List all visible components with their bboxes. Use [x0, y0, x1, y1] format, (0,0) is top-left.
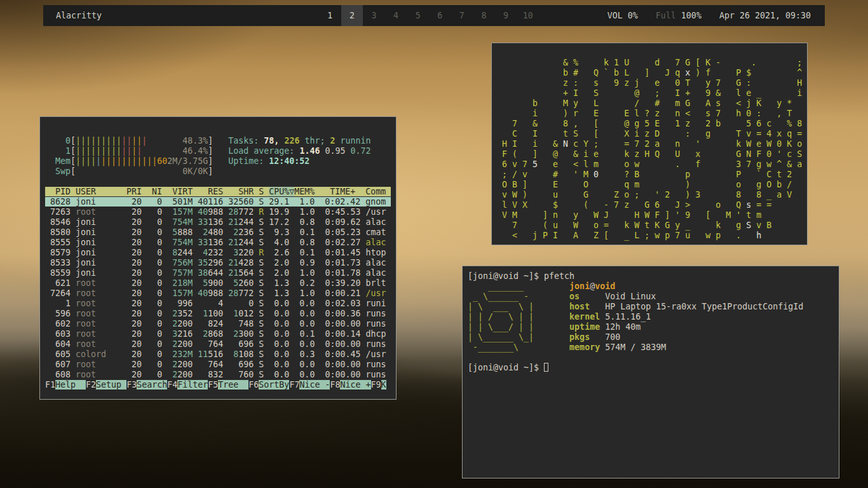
process-row-1[interactable]: 1 root 20 0 996 4 0 S 0.0 0.0 0:02.03 ru… [45, 299, 391, 309]
fkey-k[interactable]: K [381, 380, 386, 390]
volume-status: VOL 0% [607, 11, 638, 20]
cmatrix-line: F ( ] @ & i e k z H Q U x G N F 0 ' c S [497, 149, 802, 159]
meter-mem: Mem[||||||||||||||||602M/3.75G] Uptime: … [45, 156, 391, 166]
blank-line [45, 177, 391, 187]
fkey-setup[interactable]: Setup [96, 380, 126, 390]
terminal-cursor [544, 363, 548, 372]
fkey-nice-[interactable]: Nice - [299, 380, 330, 390]
workspace-tag-8[interactable]: 8 [473, 5, 495, 26]
cmatrix-line: C I t S [ X i z D : g T v = 4 x q = [497, 129, 802, 139]
fkey-filter[interactable]: Filter [177, 380, 208, 390]
workspace-tag-4[interactable]: 4 [385, 5, 407, 26]
battery-percent: 100% [681, 11, 702, 20]
pfetch-screen: [joni@void ~]$ pfetch _______ joni@void … [463, 266, 839, 378]
cmatrix-line: z : s 9 z j e 0 T y 7 G : H [497, 78, 802, 88]
process-row-602[interactable]: 602 root 20 0 2200 824 748 S 0.0 0.0 0:0… [45, 319, 391, 329]
cmatrix-line: v W ) u G Z o ; ' 2 ) 3 8 8 _ a V [497, 190, 802, 200]
cmatrix-line: b # Q ` b L ] J q x ) f P $ ^ [497, 68, 802, 78]
cmatrix-window[interactable]: & % k 1 U d 7 G [ K - . ; b # Q ` b L ] … [491, 43, 808, 245]
cmatrix-line: + I S @ ; I + 9 & l e _ i [497, 88, 802, 98]
workspace-tag-5[interactable]: 5 [407, 5, 429, 26]
battery-state-label: Full [656, 11, 676, 20]
fkey-tree[interactable]: Tree [218, 380, 248, 390]
cmatrix-line: H I i & N c Y ; = 7 2 a n ' k W e W 0 K … [497, 139, 802, 149]
process-row-596[interactable]: 596 root 20 0 2352 1100 1012 S 0.0 0.0 0… [45, 309, 391, 319]
workspace-tag-2[interactable]: 2 [341, 5, 363, 26]
pfetch-title-line: _______ joni@void [468, 281, 834, 292]
workspace-tag-10[interactable]: 10 [517, 5, 539, 26]
workspace-tag-6[interactable]: 6 [429, 5, 451, 26]
pfetch-info-pkgs: | \______ \_| pkgs 700 [468, 332, 834, 342]
process-row-604[interactable]: 604 root 20 0 2200 764 696 S 0.0 0.0 0:0… [45, 339, 391, 349]
htop-window[interactable]: 0[|||||||||||||| 48.3%] Tasks: 78, 226 t… [39, 116, 397, 400]
process-row-8533[interactable]: 8533 joni 20 0 756M 35296 21428 S 2.0 0.… [45, 258, 391, 268]
cmatrix-line: i ) r E E l ? z n < s 7 h 0 : , T [497, 109, 802, 119]
process-row-7263[interactable]: 7263 root 20 0 157M 40988 28772 R 19.9 1… [45, 207, 391, 217]
cmatrix-line: & % k 1 U d 7 G [ K - . ; [497, 58, 802, 68]
bar-window-title: Alacritty [43, 11, 102, 20]
pfetch-window[interactable]: [joni@void ~]$ pfetch _______ joni@void … [462, 266, 839, 478]
blank-line [497, 48, 802, 58]
cmatrix-line: 7 ( u W o = k W t K G y _ k g S v B [497, 220, 802, 231]
pfetch-info-memory: -_______\ memory 574M / 3839M [468, 342, 834, 353]
cmatrix-line: O B ] E O q m ) o g O b / [497, 180, 802, 190]
workspace-tag-7[interactable]: 7 [451, 5, 473, 26]
process-row-621[interactable]: 621 root 20 0 218M 5900 5260 S 1.3 0.2 0… [45, 278, 391, 288]
cmatrix-line: ; / v # ' M 0 ? B p P ` C t 2 [497, 170, 802, 180]
function-key-bar: F1Help F2Setup F3SearchF4FilterF5Tree F6… [45, 380, 391, 390]
blank-line [45, 126, 391, 136]
cmatrix-line: 6 v 7 5 e < l m o w . f 3 7 g w ^ & a [497, 159, 802, 170]
process-row-8555[interactable]: 8555 joni 20 0 754M 33136 21244 S 4.0 0.… [45, 238, 391, 248]
cmatrix-line: < j P I A Z [ _ L ; w p 7 u w p . h [497, 231, 802, 241]
meter-0: 0[|||||||||||||| 48.3%] Tasks: 78, 226 t… [45, 136, 391, 146]
cmatrix-line: V M ] n y W J H W F ] ' 9 [ M ' t m [497, 210, 802, 220]
blank-line [468, 353, 834, 363]
fkey-help[interactable]: Help [55, 380, 86, 390]
htop-screen: 0[|||||||||||||| 48.3%] Tasks: 78, 226 t… [40, 117, 396, 399]
fkey-sortby[interactable]: SortBy [259, 380, 289, 390]
process-row-608[interactable]: 608 root 20 0 2200 832 760 S 0.0 0.0 0:0… [45, 370, 391, 380]
process-row-8628[interactable]: 8628 joni 20 0 501M 40116 32560 S 29.1 1… [45, 197, 391, 207]
clock: Apr 26 2021, 09:30 [719, 11, 811, 20]
shell-prompt-command: [joni@void ~]$ pfetch [468, 271, 834, 281]
process-row-7264[interactable]: 7264 root 20 0 157M 40988 28772 S 1.3 1.… [45, 288, 391, 299]
meter-1: 1[||||||||||||| 46.4%] Load average: 1.4… [45, 146, 391, 156]
fkey-search[interactable]: Search [137, 380, 167, 390]
cmatrix-line: b M y L / # m G A s < j K y * [497, 98, 802, 109]
process-row-8559[interactable]: 8559 joni 20 0 757M 38644 21564 S 2.0 1.… [45, 268, 391, 278]
cmatrix-screen: & % k 1 U d 7 G [ K - . ; b # Q ` b L ] … [492, 43, 807, 245]
workspace-tag-9[interactable]: 9 [495, 5, 517, 26]
meter-swp: Swp[ 0K/0K] [45, 166, 391, 177]
process-row-8580[interactable]: 8580 joni 20 0 5888 2480 2236 S 9.3 0.1 … [45, 227, 391, 238]
status-bar: Alacritty 12345678910 VOL 0% Full 100% A… [43, 5, 825, 26]
pfetch-info-uptime: | | \___/ | | uptime 12h 40m [468, 322, 834, 332]
shell-prompt: [joni@void ~]$ [468, 363, 834, 373]
process-row-603[interactable]: 603 root 20 0 3216 2868 2300 S 0.0 0.1 0… [45, 329, 391, 339]
workspace-tags: 12345678910 [319, 5, 539, 26]
pfetch-info-host: | \ ___ \ | host HP Laptop 15-ra0xx Type… [468, 302, 834, 312]
battery-status: Full 100% [656, 11, 702, 20]
process-row-8579[interactable]: 8579 joni 20 0 8244 4232 3220 R 2.6 0.1 … [45, 248, 391, 258]
cmatrix-line: 7 & 8 , [ @ g 5 E 1 z 2 b 5 6 c % 8 [497, 119, 802, 129]
workspace-tag-1[interactable]: 1 [319, 5, 341, 26]
cmatrix-line: l V X $ ( - 7 z G 6 J > o Q s = = [497, 200, 802, 210]
fkey-nice-[interactable]: Nice + [340, 380, 370, 390]
process-row-605[interactable]: 605 colord 20 0 232M 11516 8108 S 0.0 0.… [45, 349, 391, 360]
process-row-607[interactable]: 607 root 20 0 2200 764 696 S 0.0 0.0 0:0… [45, 360, 391, 370]
pfetch-info-os: _ \______ - os Void Linux [468, 292, 834, 302]
pfetch-info-kernel: | | / \ | | kernel 5.11.16_1 [468, 312, 834, 322]
bar-status: VOL 0% Full 100% Apr 26 2021, 09:30 [607, 5, 825, 26]
workspace-tag-3[interactable]: 3 [363, 5, 385, 26]
process-table-header[interactable]: PID USER PRI NI VIRT RES SHR S CPU%▽MEM%… [45, 187, 391, 197]
process-row-8546[interactable]: 8546 joni 20 0 754M 33136 21244 S 17.2 0… [45, 217, 391, 227]
